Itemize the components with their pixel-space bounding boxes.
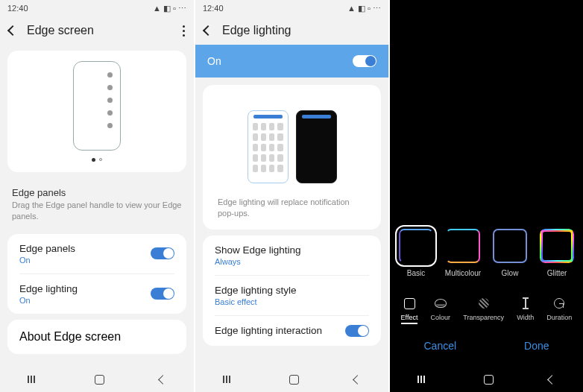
status-time: 12:40 (7, 4, 28, 13)
row-lighting-interaction[interactable]: Edge lighting interaction (215, 315, 369, 346)
palette-icon (435, 299, 447, 308)
more-icon[interactable] (183, 25, 185, 37)
effect-label: Glow (490, 269, 530, 277)
page-title: Edge lighting (222, 24, 292, 37)
nav-back-icon[interactable] (158, 375, 168, 385)
row-edge-panels[interactable]: Edge panels On (19, 234, 174, 274)
control-colour[interactable]: Colour (431, 297, 451, 324)
nav-home-icon[interactable] (95, 375, 104, 385)
control-effect[interactable]: Effect (401, 297, 418, 324)
action-row: Cancel Done (390, 335, 583, 356)
nav-back-icon[interactable] (547, 375, 557, 385)
control-transparency[interactable]: Transparency (463, 297, 504, 324)
row-label: Edge lighting interaction (215, 325, 322, 336)
nav-home-icon[interactable] (289, 375, 299, 385)
effect-label: Basic (396, 269, 436, 277)
master-toggle-row[interactable]: On (195, 45, 388, 78)
preview-desc: Edge lighting will replace notification … (215, 192, 369, 219)
status-time: 12:40 (203, 4, 224, 13)
nav-bar (390, 367, 583, 392)
section-desc: Drag the Edge panel handle to view your … (0, 200, 194, 228)
toggle-master[interactable] (353, 55, 376, 67)
nav-recent-icon[interactable] (417, 376, 429, 383)
control-label: Duration (546, 314, 572, 321)
phone-dark-icon (296, 110, 337, 183)
row-label: Edge lighting style (215, 285, 297, 296)
transparency-icon (479, 298, 489, 309)
row-lighting-style[interactable]: Edge lighting style Basic effect (215, 275, 369, 315)
control-label: Effect (401, 314, 418, 324)
nav-back-icon[interactable] (353, 375, 362, 385)
effect-label: Multicolour (443, 269, 483, 277)
toggle-edge-lighting[interactable] (151, 288, 174, 300)
row-sub: Basic effect (215, 297, 297, 306)
clock-icon (554, 298, 564, 309)
control-label: Transparency (463, 314, 504, 321)
status-bar: 12:40 ▲ ◧ ▫ ⋯ (0, 0, 194, 16)
row-label: Edge panels (19, 243, 75, 254)
done-button[interactable]: Done (509, 335, 564, 356)
edge-panel-preview (7, 51, 186, 172)
effects-strip: Basic Multicolour Glow Glitter (390, 224, 583, 280)
effect-multicolour[interactable]: Multicolour (443, 227, 483, 277)
lighting-preview (215, 95, 369, 192)
nav-bar (0, 367, 194, 392)
effect-basic[interactable]: Basic (396, 227, 436, 277)
cancel-button[interactable]: Cancel (409, 335, 471, 356)
header: Edge lighting (195, 16, 388, 45)
effect-glow[interactable]: Glow (490, 227, 530, 277)
header: Edge screen (0, 16, 194, 45)
row-sub: On (19, 256, 75, 265)
row-show-lighting[interactable]: Show Edge lighting Always (215, 235, 369, 275)
width-icon (525, 297, 526, 309)
toggle-interaction[interactable] (345, 325, 369, 337)
pager-dots[interactable] (92, 158, 102, 162)
effect-label: Glitter (537, 269, 577, 277)
status-bar: 12:40 ▲ ◧ ▫ ⋯ (195, 0, 388, 16)
phone-light-icon (248, 110, 289, 183)
controls-strip: Effect Colour Transparency Width Duratio… (390, 294, 583, 327)
phone-outline-icon (73, 61, 121, 151)
status-icons: ▲ ◧ ▫ ⋯ (153, 4, 186, 13)
nav-recent-icon[interactable] (28, 376, 40, 383)
control-duration[interactable]: Duration (546, 297, 572, 324)
nav-bar (195, 367, 388, 392)
toggle-label: On (207, 55, 221, 67)
row-sub: On (19, 296, 78, 305)
nav-recent-icon[interactable] (223, 376, 235, 383)
effect-icon (404, 298, 415, 309)
row-edge-lighting[interactable]: Edge lighting On (19, 274, 174, 314)
row-label: About Edge screen (19, 330, 174, 344)
nav-home-icon[interactable] (484, 375, 494, 385)
back-icon[interactable] (7, 25, 18, 36)
section-label: Edge panels (0, 178, 194, 200)
control-width[interactable]: Width (517, 297, 534, 324)
control-label: Colour (431, 314, 451, 321)
row-about[interactable]: About Edge screen (7, 320, 186, 354)
control-label: Width (517, 314, 534, 321)
row-label: Show Edge lighting (215, 244, 301, 256)
page-title: Edge screen (27, 24, 94, 37)
toggle-edge-panels[interactable] (151, 247, 174, 259)
row-label: Edge lighting (19, 283, 78, 294)
status-icons: ▲ ◧ ▫ ⋯ (347, 4, 381, 13)
row-sub: Always (215, 257, 301, 266)
back-icon[interactable] (203, 25, 213, 36)
effect-glitter[interactable]: Glitter (537, 227, 577, 277)
